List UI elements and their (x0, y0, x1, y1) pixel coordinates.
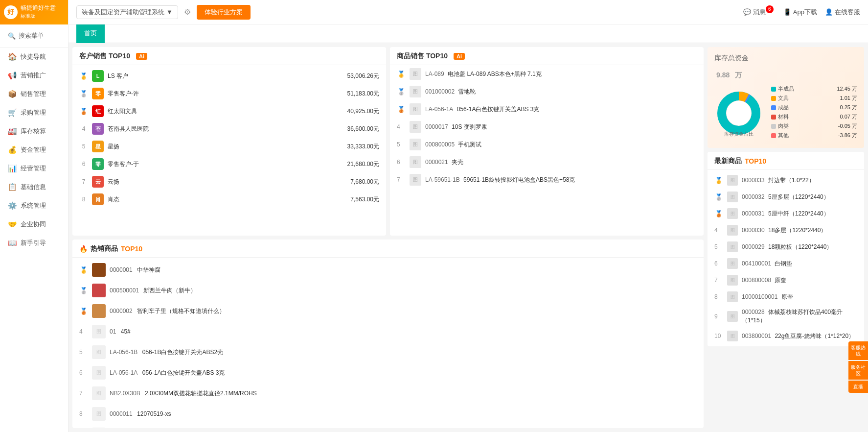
customer-amount: 40,925.00元 (347, 107, 379, 116)
customer-amount: 21,680.00元 (347, 160, 379, 168)
product-sales-panel: 商品销售 TOP10 Ai 🥇 图 LA-089 电池盖 LA-089 ABS本… (390, 47, 704, 236)
hot-product-label: 2.0X30MM双搓花轴搓花直径2.1MM/ROHS (145, 390, 257, 397)
sidebar-item-purchase[interactable]: 🛒 采购管理 (0, 103, 68, 122)
customer-name: 零售客户-于 (108, 160, 343, 168)
new-product-code: 000800008 (742, 277, 771, 284)
legend-dot (771, 124, 776, 129)
cs-hotline-button[interactable]: 客服热线 (848, 341, 868, 360)
online-service-button[interactable]: 👤 在线客服 (825, 8, 860, 17)
hot-product-item: 8 图 0000011 12070519-xs (72, 404, 704, 424)
product-sales-header: 商品销售 TOP10 Ai (390, 47, 704, 65)
product-thumb: 图 (410, 156, 421, 168)
customer-amount: 53,006.26元 (347, 72, 379, 80)
message-badge: 6 (766, 5, 774, 13)
customer-avatar: 红 (92, 105, 104, 117)
rank-number: 8 (714, 293, 723, 300)
cs-community-button[interactable]: 服务社区 (848, 361, 868, 380)
system-selector[interactable]: 装备及固定资产辅助管理系统 ▼ (76, 5, 178, 19)
sidebar-item-basics[interactable]: 📋 基础信息 (0, 178, 68, 196)
new-product-code: 0000029 (742, 243, 765, 250)
sidebar-item-finance[interactable]: 💰 资金管理 (0, 141, 68, 159)
sidebar-item-sales[interactable]: 📦 销售管理 (0, 85, 68, 103)
new-product-info: 004100001 白钢垫 (742, 260, 857, 268)
sidebar-item-system[interactable]: ⚙️ 系统管理 (0, 196, 68, 215)
product-thumb: 图 (92, 366, 106, 380)
app-label: App下载 (793, 8, 817, 17)
sidebar-item-collab[interactable]: 🤝 企业协同 (0, 215, 68, 234)
sidebar-item-label: 系统管理 (21, 201, 46, 210)
gear-icon[interactable]: ⚙ (184, 7, 191, 17)
new-product-info: 0000031 5厘中纤（1220*2440） (742, 210, 857, 218)
new-product-thumb: 图 (727, 241, 738, 252)
hot-product-label: 12070519-xs (137, 410, 171, 417)
customer-avatar: 零 (92, 88, 104, 99)
legend-item: 材料 0.07 万 (771, 113, 857, 120)
legend-name: 文具 (778, 95, 789, 102)
legend-value: 0.25 万 (840, 104, 857, 111)
new-products-list: 🥇 图 0000033 封边带（1.0*22） 🥈 图 0000032 5厘多层… (708, 170, 864, 346)
sidebar-item-quick-nav[interactable]: 🏠 快捷导航 (0, 48, 68, 66)
message-button[interactable]: 💬 消息 6 (743, 8, 776, 17)
product-sales-item: 6 图 0000021 夹壳 (390, 153, 704, 171)
sidebar-item-inventory[interactable]: 🏭 库存核算 (0, 122, 68, 141)
product-code: 001000002 (425, 88, 455, 95)
product-image (92, 263, 106, 277)
search-menu-button[interactable]: 🔍 搜索菜单 (4, 28, 64, 43)
legend-dot (771, 105, 776, 110)
basics-icon: 📋 (8, 183, 17, 192)
sidebar-item-guide[interactable]: 📖 新手引导 (0, 234, 68, 252)
new-products-header: 最新商品 TOP10 (708, 152, 864, 170)
customer-name: 肖态 (108, 195, 346, 204)
product-thumb: 图 (410, 174, 421, 186)
product-code: LA-089 (425, 71, 444, 77)
medal-icon: 🥇 (79, 72, 88, 80)
product-code: 000800005 (425, 141, 455, 148)
customer-amount: 36,600.00元 (347, 125, 379, 133)
chart-area: 库存资金占比 半成品 12.45 万 文具 1.01 万 成品 0.25 万 (714, 85, 857, 141)
sidebar-item-management[interactable]: 📊 经营管理 (0, 159, 68, 178)
rank-number: 6 (79, 369, 88, 376)
new-product-thumb: 图 (727, 192, 738, 202)
float-cs: 客服热线 服务社区 直播 (848, 341, 868, 393)
customer-name: 苍南县人民医院 (108, 125, 343, 133)
new-product-code: 10000100001 (742, 293, 777, 300)
hot-product-label: 智利车子里（规格不知道填什么） (137, 308, 225, 314)
hot-product-name: NB2.0X30B 2.0X30MM双搓花轴搓花直径2.1MM/ROHS (110, 389, 697, 398)
hot-product-item: 9 图 KK-SD22110H 花语萌偶温分罐罐袋（厚款） (72, 424, 704, 428)
product-thumb: 图 (410, 103, 421, 115)
customer-ranking-item: 🥉 红 红太阳文具 40,925.00元 (72, 102, 386, 120)
finance-icon: 💰 (8, 145, 17, 154)
customer-avatar: L (92, 70, 104, 82)
new-product-name: 原奎 (781, 293, 793, 300)
product-thumb: 图 (92, 386, 106, 400)
tab-home[interactable]: 首页 (76, 24, 105, 43)
sidebar-item-marketing[interactable]: 📢 营销推广 (0, 66, 68, 85)
product-code: LA-056-1A (425, 106, 453, 113)
product-name: 手机测试 (458, 141, 481, 148)
new-product-name: 18颗粒板（1220*2440） (768, 243, 832, 250)
product-info: LA-59651-1B 59651-1B旋转投影灯电池盒ABS黑色+58克 (425, 176, 697, 184)
trial-button[interactable]: 体验行业方案 (197, 5, 251, 20)
new-product-info: 0000029 18颗粒板（1220*2440） (742, 243, 857, 251)
product-thumb: 图 (92, 345, 106, 359)
hot-product-name: LA-056-1A 056-1A白色按键开关盖ABS 3克 (110, 369, 697, 377)
inventory-total: 9.88 万 (714, 67, 857, 80)
sales-icon: 📦 (8, 90, 17, 98)
hot-product-label: 45# (121, 328, 131, 335)
medal-icon: 🥇 (714, 177, 723, 184)
sidebar-nav: 🏠 快捷导航 📢 营销推广 📦 销售管理 🛒 采购管理 🏭 库存核算 💰 资金管… (0, 48, 68, 252)
legend-label: 文具 (771, 95, 840, 102)
cs-live-button[interactable]: 直播 (848, 381, 868, 393)
new-products-highlight: TOP10 (745, 157, 766, 165)
product-sales-ai-badge: Ai (454, 53, 465, 60)
app-download-button[interactable]: 📱 App下载 (783, 8, 817, 17)
new-products-title: 最新商品 (714, 157, 742, 166)
legend-name: 肉类 (778, 122, 789, 130)
legend-value: -3.86 万 (838, 132, 857, 139)
hot-product-label: 中华神腐 (137, 266, 160, 273)
medal-icon: 🥇 (79, 266, 88, 274)
customer-avatar: 苍 (92, 123, 104, 135)
customer-name: LS 客户 (108, 72, 343, 80)
main-wrapper: 装备及固定资产辅助管理系统 ▼ ⚙ 体验行业方案 💬 消息 6 📱 App下载 … (69, 0, 868, 432)
new-product-name: 5厘多层（1220*2440） (768, 193, 829, 200)
